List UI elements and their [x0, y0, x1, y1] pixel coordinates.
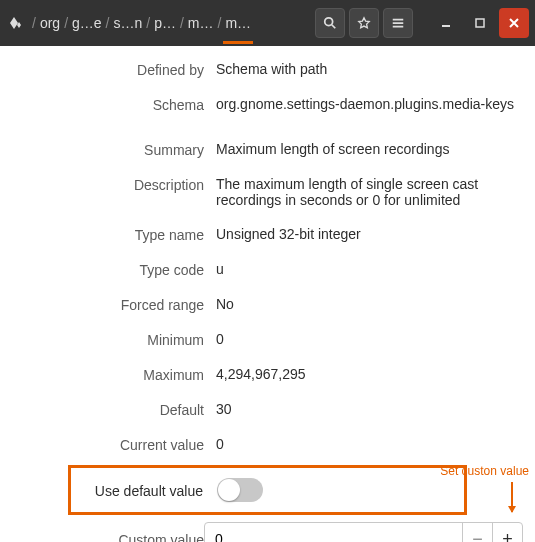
- row-minimum: Minimum 0: [0, 322, 535, 357]
- label: Current value: [0, 436, 204, 453]
- titlebar: / org / g…e / s…n / p… / m… / m…: [0, 0, 535, 46]
- value: Unsigned 32-bit integer: [216, 226, 525, 242]
- label: Type name: [0, 226, 204, 243]
- custom-value-input[interactable]: [205, 531, 462, 542]
- row-type-code: Type code u: [0, 252, 535, 287]
- row-summary: Summary Maximum length of screen recordi…: [0, 132, 535, 167]
- close-button[interactable]: [499, 8, 529, 38]
- annotation-arrow: [511, 482, 513, 512]
- increment-button[interactable]: +: [492, 523, 522, 542]
- row-use-default: Use default value: [68, 465, 467, 515]
- toggle-knob: [218, 479, 240, 501]
- menu-button[interactable]: [383, 8, 413, 38]
- label: Schema: [0, 96, 204, 113]
- breadcrumb-item[interactable]: org: [38, 15, 62, 31]
- label: Description: [0, 176, 204, 193]
- label: Type code: [0, 261, 204, 278]
- label: Default: [0, 401, 204, 418]
- svg-rect-3: [476, 19, 484, 27]
- row-description: Description The maximum length of single…: [0, 167, 535, 217]
- label: Defined by: [0, 61, 204, 78]
- value: The maximum length of single screen cast…: [216, 176, 525, 208]
- label: Summary: [0, 141, 204, 158]
- value: 0: [216, 436, 525, 452]
- row-schema: Schema org.gnome.settings-daemon.plugins…: [0, 87, 535, 122]
- breadcrumb-sep: /: [64, 15, 68, 31]
- row-current-value: Current value 0: [0, 427, 535, 462]
- row-default: Default 30: [0, 392, 535, 427]
- maximize-button[interactable]: [465, 8, 495, 38]
- annotation-text: Set custon value: [440, 464, 529, 478]
- value: org.gnome.settings-daemon.plugins.media-…: [216, 96, 525, 112]
- row-custom-value: Custom value − +: [0, 518, 535, 542]
- breadcrumb-sep: /: [106, 15, 110, 31]
- svg-line-1: [332, 25, 336, 29]
- label: Maximum: [0, 366, 204, 383]
- label: Minimum: [0, 331, 204, 348]
- row-forced-range: Forced range No: [0, 287, 535, 322]
- row-maximum: Maximum 4,294,967,295: [0, 357, 535, 392]
- row-type-name: Type name Unsigned 32-bit integer: [0, 217, 535, 252]
- value: u: [216, 261, 525, 277]
- breadcrumb-item[interactable]: g…e: [70, 15, 104, 31]
- decrement-button[interactable]: −: [462, 523, 492, 542]
- breadcrumb-sep: /: [218, 15, 222, 31]
- use-default-label: Use default value: [75, 482, 203, 499]
- breadcrumb-item[interactable]: s…n: [111, 15, 144, 31]
- custom-value-spinner: − +: [204, 522, 523, 542]
- label: Forced range: [0, 296, 204, 313]
- svg-point-0: [325, 18, 333, 26]
- search-button[interactable]: [315, 8, 345, 38]
- breadcrumb-item-active[interactable]: m…: [223, 2, 253, 44]
- breadcrumb-item[interactable]: p…: [152, 15, 178, 31]
- breadcrumb-item[interactable]: m…: [186, 15, 216, 31]
- value: 0: [216, 331, 525, 347]
- bookmark-button[interactable]: [349, 8, 379, 38]
- value: Maximum length of screen recordings: [216, 141, 525, 157]
- custom-value-label: Custom value: [0, 531, 204, 543]
- breadcrumb-sep: /: [32, 15, 36, 31]
- use-default-toggle[interactable]: [217, 478, 263, 502]
- value: Schema with path: [216, 61, 525, 77]
- value: No: [216, 296, 525, 312]
- value: 30: [216, 401, 525, 417]
- breadcrumb: / org / g…e / s…n / p… / m… / m…: [30, 2, 311, 44]
- row-defined-by: Defined by Schema with path: [0, 52, 535, 87]
- breadcrumb-sep: /: [146, 15, 150, 31]
- app-icon: [6, 13, 26, 33]
- breadcrumb-sep: /: [180, 15, 184, 31]
- value: 4,294,967,295: [216, 366, 525, 382]
- minimize-button[interactable]: [431, 8, 461, 38]
